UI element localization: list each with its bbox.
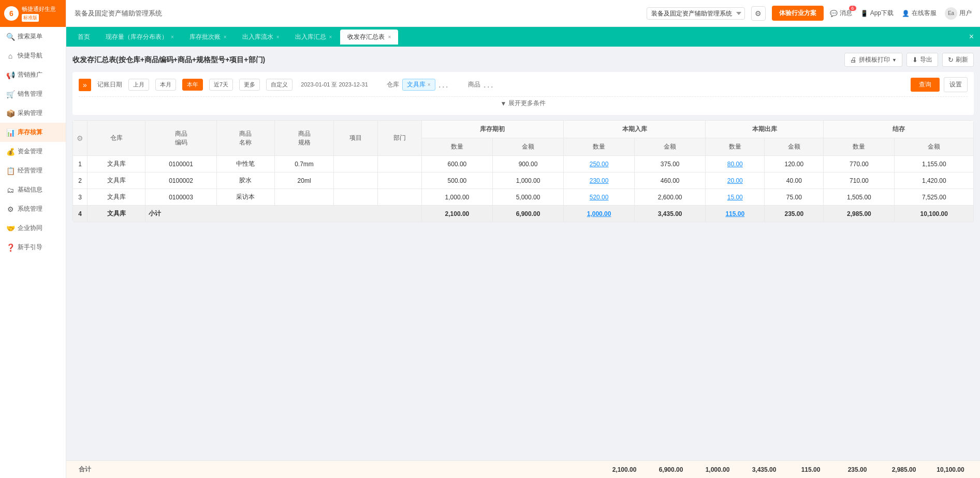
subtotal-row: 4 文具库 小计 2,100.00 6,900.00 1,000.00 3,43…	[73, 206, 974, 222]
expand-conditions-button[interactable]: ▼ 展开更多条件	[79, 96, 968, 110]
tab-home[interactable]: 首页	[70, 30, 97, 45]
total-label: 合计	[72, 465, 321, 474]
sidebar-item-search[interactable]: 🔍 搜索菜单	[0, 27, 66, 46]
date-btn-custom[interactable]: 自定义	[266, 79, 292, 91]
tab-inout-summary[interactable]: 出入库汇总 ×	[288, 30, 340, 45]
expand-icon: ▼	[501, 100, 507, 107]
export-button[interactable]: ⬇ 导出	[906, 53, 938, 67]
warehouse-more[interactable]: ...	[438, 79, 449, 90]
sidebar-label-search: 搜索菜单	[18, 32, 42, 41]
sidebar-item-sales[interactable]: 🛒 销售管理	[0, 84, 66, 104]
sidebar-item-purchase[interactable]: 📦 采购管理	[0, 104, 66, 123]
filter-toggle-button[interactable]: »	[79, 79, 91, 91]
tab-batch-ledger-close[interactable]: ×	[224, 34, 227, 40]
sidebar-item-basic[interactable]: 🗂 基础信息	[0, 180, 66, 199]
warehouse-label: 仓库	[387, 80, 399, 89]
row1-in-qty[interactable]: 250.00	[564, 156, 635, 172]
warehouse-filter: 仓库 文具库 × ...	[387, 79, 449, 91]
sidebar-item-operation[interactable]: 📋 经营管理	[0, 161, 66, 180]
main-area: 装备及固定资产辅助管理系统 装备及固定资产辅助管理系统 ⚙ 体验行业方案 💬 消…	[66, 0, 980, 478]
date-btn-this-month[interactable]: 本月	[155, 79, 176, 91]
col-header-inbound: 本期入库	[564, 121, 706, 138]
table-gear-icon[interactable]: ⚙	[76, 134, 84, 142]
close-all-tabs[interactable]: ×	[967, 30, 976, 44]
row2-open-amt: 1,000.00	[492, 172, 563, 189]
date-btn-this-year[interactable]: 本年	[182, 79, 203, 91]
total-in-amt: 3,435.00	[741, 466, 787, 473]
sidebar-item-inventory[interactable]: 📊 库存核算	[0, 123, 66, 142]
tab-inout-flow-close[interactable]: ×	[276, 34, 280, 40]
print-button[interactable]: 🖨 拼模板打印 ▼	[844, 53, 902, 67]
sidebar-item-system[interactable]: ⚙ 系统管理	[0, 199, 66, 219]
system-select[interactable]: 装备及固定资产辅助管理系统	[647, 7, 745, 20]
inventory-icon: 📊	[6, 128, 14, 137]
sidebar-item-corp[interactable]: 🤝 企业协同	[0, 219, 66, 238]
subtotal-bal-qty: 2,985.00	[824, 206, 895, 222]
row3-open-qty: 1,000.00	[421, 189, 492, 206]
date-btn-7days[interactable]: 近7天	[209, 79, 233, 91]
row2-in-qty[interactable]: 230.00	[564, 172, 635, 189]
sidebar: 6 畅捷通好生意 标准版 🔍 搜索菜单 ⌂ 快捷导航 📢 营销推广 🛒 销售管理…	[0, 0, 66, 478]
sidebar-item-quick[interactable]: ⌂ 快捷导航	[0, 46, 66, 65]
row3-code: 0100003	[145, 189, 216, 206]
search-icon: 🔍	[6, 33, 14, 41]
refresh-button[interactable]: ↻ 刷新	[942, 53, 974, 67]
row3-out-amt: 75.00	[765, 189, 824, 206]
goods-more[interactable]: ...	[484, 79, 494, 90]
tab-inout-summary-close[interactable]: ×	[329, 34, 332, 40]
row1-out-qty[interactable]: 80.00	[706, 156, 765, 172]
app-download-button[interactable]: 📱 App下载	[860, 9, 894, 18]
setting-button[interactable]: 设置	[944, 77, 968, 92]
tab-stock-dist[interactable]: 现存量（库存分布表） ×	[98, 30, 181, 45]
tab-inout-flow[interactable]: 出入库流水 ×	[235, 30, 287, 45]
subtotal-open-amt: 6,900.00	[492, 206, 563, 222]
subtotal-in-qty[interactable]: 1,000.00	[564, 206, 635, 222]
refresh-label: 刷新	[956, 55, 968, 64]
tab-batch-ledger[interactable]: 库存批次账 ×	[182, 30, 234, 45]
row3-bal-amt: 7,525.00	[895, 189, 974, 206]
sidebar-item-marketing[interactable]: 📢 营销推广	[0, 65, 66, 84]
row3-in-qty[interactable]: 520.00	[564, 189, 635, 206]
sub-out-qty: 数量	[706, 138, 765, 156]
messages-button[interactable]: 💬 消息 6	[830, 9, 852, 18]
sidebar-item-guide[interactable]: ❓ 新手引导	[0, 238, 66, 257]
sub-bal-qty: 数量	[824, 138, 895, 156]
row3-no: 3	[73, 189, 87, 206]
total-bal-amt: 10,100.00	[927, 466, 974, 473]
warehouse-tag-close[interactable]: ×	[428, 82, 431, 88]
refresh-icon: ↻	[948, 56, 954, 64]
row2-no: 2	[73, 172, 87, 189]
date-btn-more[interactable]: 更多	[239, 79, 260, 91]
warehouse-tag: 文具库 ×	[402, 79, 435, 91]
row1-open-qty: 600.00	[421, 156, 492, 172]
subtotal-out-qty[interactable]: 115.00	[706, 206, 765, 222]
tab-recv-send[interactable]: 收发存汇总表 ×	[340, 30, 398, 45]
export-icon: ⬇	[912, 56, 918, 64]
subtotal-out-amt: 235.00	[765, 206, 824, 222]
date-btn-last-month[interactable]: 上月	[128, 79, 149, 91]
row3-project	[334, 189, 378, 206]
filter-bar: » 记账日期 上月 本月 本年 近7天 更多 自定义 2023-01-01 至 …	[72, 72, 974, 115]
trial-button[interactable]: 体验行业方案	[772, 6, 824, 21]
row2-out-qty[interactable]: 20.00	[706, 172, 765, 189]
table-row: 1 文具库 0100001 中性笔 0.7mm 600.00 900.00 25…	[73, 156, 974, 172]
online-service-button[interactable]: 👤 在线客服	[902, 9, 937, 18]
tab-recv-send-close[interactable]: ×	[388, 34, 391, 40]
col-header-opening: 库存期初	[421, 121, 563, 138]
row2-dept	[377, 172, 421, 189]
row3-out-qty[interactable]: 15.00	[706, 189, 765, 206]
query-button[interactable]: 查询	[911, 78, 940, 92]
user-button[interactable]: Ea 用户	[945, 7, 972, 20]
topbar: 装备及固定资产辅助管理系统 装备及固定资产辅助管理系统 ⚙ 体验行业方案 💬 消…	[66, 0, 980, 27]
expand-label: 展开更多条件	[508, 99, 546, 108]
row3-bal-qty: 1,505.00	[824, 189, 895, 206]
tab-stock-dist-close[interactable]: ×	[171, 34, 174, 40]
col-header-project: 项目	[334, 121, 378, 156]
total-out-qty: 115.00	[787, 466, 834, 473]
marketing-icon: 📢	[6, 71, 14, 79]
col-header-balance: 结存	[824, 121, 974, 138]
gear-button[interactable]: ⚙	[751, 6, 766, 21]
sidebar-item-finance[interactable]: 💰 资金管理	[0, 142, 66, 161]
row3-spec	[275, 189, 334, 206]
home-icon: ⌂	[6, 52, 14, 60]
